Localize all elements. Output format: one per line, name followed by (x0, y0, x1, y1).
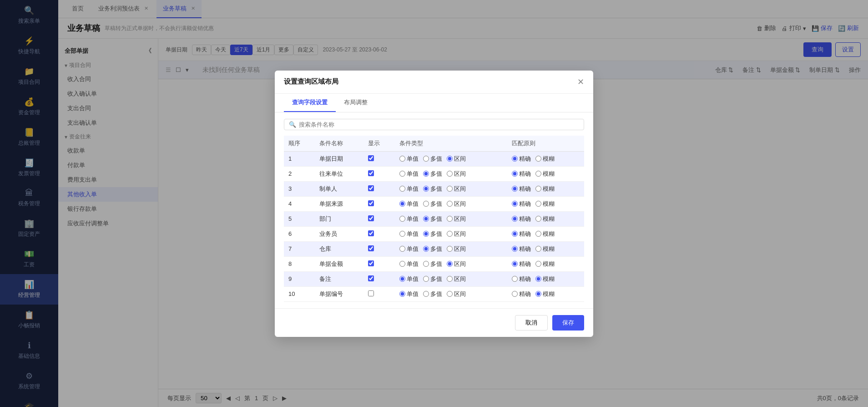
radio-single-2[interactable]: 单值 (399, 185, 419, 193)
radio-range-6[interactable]: 区间 (447, 245, 466, 253)
row-name-6: 仓库 (315, 241, 363, 256)
radio-range-2[interactable]: 区间 (447, 185, 466, 193)
settings-table: 顺序条件名称显示条件类型匹配原则1单据日期单值多值区间精确模糊2往来单位单值多值… (284, 136, 584, 302)
radio-single-0[interactable]: 单值 (399, 155, 419, 163)
row-display-2[interactable] (363, 181, 394, 196)
display-checkbox-3[interactable] (368, 200, 374, 206)
row-display-4[interactable] (363, 211, 394, 226)
radio-single-5[interactable]: 单值 (399, 230, 419, 238)
match-radio-fuzzy-4[interactable]: 模糊 (535, 215, 555, 223)
match-radio-fuzzy-9[interactable]: 模糊 (535, 290, 555, 298)
row-order-1: 2 (284, 166, 315, 181)
row-match-1: 精确模糊 (507, 166, 584, 181)
dialog-close-button[interactable]: ✕ (577, 77, 584, 87)
row-order-0: 1 (284, 151, 315, 166)
radio-single-3[interactable]: 单值 (399, 200, 419, 208)
match-radio-fuzzy-6[interactable]: 模糊 (535, 245, 555, 253)
col-header-匹配原则: 匹配原则 (507, 136, 584, 152)
match-radio-exact-7[interactable]: 精确 (512, 260, 531, 268)
radio-range-9[interactable]: 区间 (447, 290, 466, 298)
display-checkbox-9[interactable] (368, 290, 374, 296)
table-row: 6业务员单值多值区间精确模糊 (284, 226, 584, 241)
search-input[interactable] (299, 121, 579, 128)
radio-multi-2[interactable]: 多值 (423, 185, 442, 193)
match-radio-exact-6[interactable]: 精确 (512, 245, 531, 253)
search-icon: 🔍 (289, 121, 296, 128)
row-name-0: 单据日期 (315, 151, 363, 166)
col-header-顺序: 顺序 (284, 136, 315, 152)
display-checkbox-4[interactable] (368, 215, 374, 221)
row-display-0[interactable] (363, 151, 394, 166)
match-radio-fuzzy-5[interactable]: 模糊 (535, 230, 555, 238)
dialog-tab-query-fields[interactable]: 查询字段设置 (284, 94, 336, 112)
radio-range-8[interactable]: 区间 (447, 275, 466, 283)
table-row: 4单据来源单值多值区间精确模糊 (284, 196, 584, 211)
dialog-tab-layout-adjust[interactable]: 布局调整 (336, 94, 376, 112)
match-radio-exact-1[interactable]: 精确 (512, 170, 531, 178)
radio-range-0[interactable]: 区间 (447, 155, 466, 163)
radio-range-4[interactable]: 区间 (447, 215, 466, 223)
dialog-body: 🔍 顺序条件名称显示条件类型匹配原则1单据日期单值多值区间精确模糊2往来单位单值… (275, 112, 593, 308)
radio-single-4[interactable]: 单值 (399, 215, 419, 223)
match-radio-exact-9[interactable]: 精确 (512, 290, 531, 298)
row-condtype-2: 单值多值区间 (395, 181, 507, 196)
row-order-4: 5 (284, 211, 315, 226)
display-checkbox-1[interactable] (368, 170, 374, 176)
radio-single-7[interactable]: 单值 (399, 260, 419, 268)
radio-range-5[interactable]: 区间 (447, 230, 466, 238)
radio-multi-1[interactable]: 多值 (423, 170, 442, 178)
row-display-6[interactable] (363, 241, 394, 256)
match-radio-fuzzy-7[interactable]: 模糊 (535, 260, 555, 268)
radio-multi-3[interactable]: 多值 (423, 200, 442, 208)
row-display-1[interactable] (363, 166, 394, 181)
dialog-title: 设置查询区域布局 (284, 77, 338, 86)
row-display-3[interactable] (363, 196, 394, 211)
match-radio-exact-3[interactable]: 精确 (512, 200, 531, 208)
match-radio-exact-4[interactable]: 精确 (512, 215, 531, 223)
row-display-9[interactable] (363, 286, 394, 301)
radio-range-3[interactable]: 区间 (447, 200, 466, 208)
match-radio-fuzzy-2[interactable]: 模糊 (535, 185, 555, 193)
radio-multi-6[interactable]: 多值 (423, 245, 442, 253)
radio-single-1[interactable]: 单值 (399, 170, 419, 178)
radio-multi-7[interactable]: 多值 (423, 260, 442, 268)
row-order-3: 4 (284, 196, 315, 211)
row-condtype-8: 单值多值区间 (395, 271, 507, 286)
radio-range-7[interactable]: 区间 (447, 260, 466, 268)
radio-multi-0[interactable]: 多值 (423, 155, 442, 163)
col-header-条件类型: 条件类型 (395, 136, 507, 152)
display-checkbox-8[interactable] (368, 275, 374, 281)
display-checkbox-5[interactable] (368, 230, 374, 236)
display-checkbox-6[interactable] (368, 245, 374, 251)
radio-multi-5[interactable]: 多值 (423, 230, 442, 238)
match-radio-fuzzy-0[interactable]: 模糊 (535, 155, 555, 163)
radio-multi-8[interactable]: 多值 (423, 275, 442, 283)
display-checkbox-7[interactable] (368, 260, 374, 266)
display-checkbox-2[interactable] (368, 185, 374, 191)
match-radio-exact-0[interactable]: 精确 (512, 155, 531, 163)
match-radio-exact-8[interactable]: 精确 (512, 275, 531, 283)
radio-single-8[interactable]: 单值 (399, 275, 419, 283)
row-display-7[interactable] (363, 256, 394, 271)
row-name-1: 往来单位 (315, 166, 363, 181)
row-display-5[interactable] (363, 226, 394, 241)
display-checkbox-0[interactable] (368, 155, 374, 161)
row-match-4: 精确模糊 (507, 211, 584, 226)
radio-range-1[interactable]: 区间 (447, 170, 466, 178)
row-condtype-0: 单值多值区间 (395, 151, 507, 166)
radio-multi-4[interactable]: 多值 (423, 215, 442, 223)
radio-single-9[interactable]: 单值 (399, 290, 419, 298)
settings-dialog: 设置查询区域布局 ✕ 查询字段设置布局调整 🔍 顺序条件名称显示条件类型匹配原则… (275, 71, 593, 337)
radio-multi-9[interactable]: 多值 (423, 290, 442, 298)
row-display-8[interactable] (363, 271, 394, 286)
match-radio-exact-5[interactable]: 精确 (512, 230, 531, 238)
match-radio-fuzzy-3[interactable]: 模糊 (535, 200, 555, 208)
row-condtype-5: 单值多值区间 (395, 226, 507, 241)
match-radio-fuzzy-1[interactable]: 模糊 (535, 170, 555, 178)
row-name-4: 部门 (315, 211, 363, 226)
match-radio-exact-2[interactable]: 精确 (512, 185, 531, 193)
cancel-button[interactable]: 取消 (515, 315, 548, 331)
save-button[interactable]: 保存 (552, 315, 584, 331)
match-radio-fuzzy-8[interactable]: 模糊 (535, 275, 555, 283)
radio-single-6[interactable]: 单值 (399, 245, 419, 253)
